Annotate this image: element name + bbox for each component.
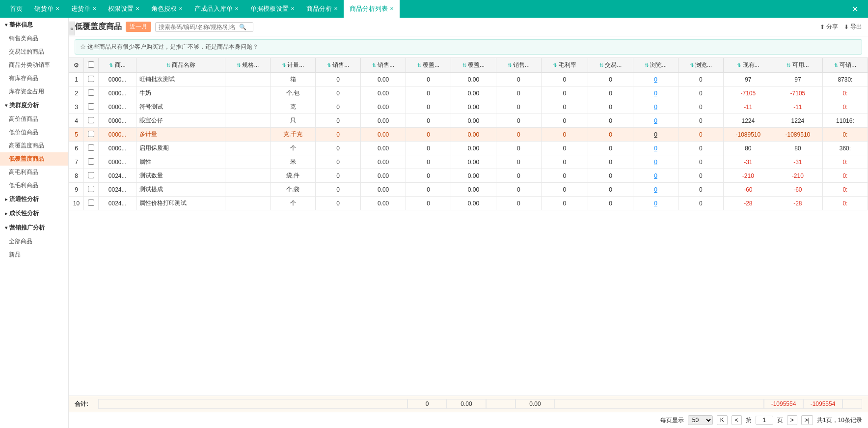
sidebar-item-high-coverage[interactable]: 高覆盖度商品 (0, 139, 68, 152)
row-checkbox-cell[interactable] (84, 86, 99, 100)
first-page-button[interactable]: K (717, 415, 728, 425)
page-size-select[interactable]: 50 100 200 (688, 415, 713, 425)
search-input[interactable] (159, 24, 237, 30)
nav-permission-settings[interactable]: 权限设置 ✕ (102, 0, 145, 18)
row-checkbox[interactable] (88, 172, 94, 178)
column-view1[interactable]: ⇅ 浏览... (633, 58, 678, 73)
sidebar-collapse-button[interactable]: « (69, 22, 75, 35)
row-checkbox-cell[interactable] (84, 128, 99, 142)
export-button[interactable]: ⬇ 导出 (844, 23, 862, 31)
row-checkbox[interactable] (88, 144, 94, 151)
row-checkbox-cell[interactable] (84, 100, 99, 114)
row-checkbox[interactable] (88, 117, 94, 123)
nav-product-analysis-list[interactable]: 商品分析列表 ✕ (344, 0, 400, 18)
column-view2[interactable]: ⇅ 浏览... (678, 58, 723, 73)
row-view1[interactable]: 0 (633, 197, 678, 210)
prev-page-button[interactable]: < (732, 415, 742, 425)
close-icon[interactable]: ✕ (334, 0, 338, 18)
row-view1[interactable]: 0 (633, 183, 678, 197)
close-icon[interactable]: ✕ (291, 0, 295, 18)
sidebar-item-low-value[interactable]: 低价值商品 (0, 126, 68, 139)
chevron-right-icon: ▸ (5, 211, 7, 216)
nav-role-auth[interactable]: 角色授权 ✕ (145, 0, 189, 18)
sidebar-item-sales-products[interactable]: 销售类商品 (0, 32, 68, 45)
close-icon[interactable]: ✕ (92, 0, 96, 18)
sidebar-item-low-margin[interactable]: 低毛利商品 (0, 179, 68, 192)
column-sellable[interactable]: ⇅ 可销... (822, 58, 868, 73)
page-number-input[interactable] (756, 416, 773, 425)
column-spec[interactable]: ⇅ 规格... (225, 58, 271, 73)
close-icon[interactable]: ✕ (55, 0, 59, 18)
product-table-container[interactable]: ⚙ ⇅ 商... ⇅ 商品名称 ⇅ 规格... (69, 57, 868, 396)
close-all-tabs-button[interactable]: ✕ (846, 4, 864, 14)
column-code[interactable]: ⇅ 商... (99, 58, 136, 73)
row-checkbox-cell[interactable] (84, 197, 99, 210)
close-icon[interactable]: ✕ (390, 0, 394, 18)
row-name: 多计量 (136, 128, 225, 142)
row-checkbox[interactable] (88, 76, 94, 82)
column-cover1[interactable]: ⇅ 覆盖... (406, 58, 451, 73)
row-checkbox[interactable] (88, 103, 94, 110)
share-button[interactable]: ⬆ 分享 (820, 23, 838, 31)
row-checkbox[interactable] (88, 186, 94, 192)
sidebar-item-in-stock[interactable]: 有库存商品 (0, 72, 68, 85)
close-icon[interactable]: ✕ (136, 0, 139, 18)
column-gross[interactable]: ⇅ 毛利率 (541, 58, 588, 73)
row-view1[interactable]: 0 (633, 169, 678, 183)
sidebar-item-all-products[interactable]: 全部商品 (0, 235, 68, 248)
column-sales2[interactable]: ⇅ 销售... (496, 58, 541, 73)
row-checkbox-cell[interactable] (84, 114, 99, 128)
sidebar-item-high-margin[interactable]: 高毛利商品 (0, 166, 68, 179)
sidebar-item-low-coverage[interactable]: 低覆盖度商品 (0, 152, 68, 166)
close-icon[interactable]: ✕ (179, 0, 183, 18)
column-current-stock[interactable]: ⇅ 现有... (723, 58, 773, 73)
sidebar-item-stock-capital[interactable]: 库存资金占用 (0, 85, 68, 98)
nav-product-analysis[interactable]: 商品分析 ✕ (300, 0, 344, 18)
column-sales-qty[interactable]: ⇅ 销售... (316, 58, 361, 73)
column-checkbox[interactable] (84, 58, 99, 73)
row-checkbox[interactable] (88, 89, 94, 96)
row-view1[interactable]: 0 (633, 155, 678, 169)
row-view1[interactable]: 0 (633, 142, 678, 155)
row-view1[interactable]: 0 (633, 100, 678, 114)
row-view1[interactable]: 0 (633, 73, 678, 86)
sidebar-section-marketing[interactable]: ▾ 营销推广分析 (0, 221, 68, 235)
last-page-button[interactable]: >| (801, 415, 813, 425)
row-checkbox[interactable] (88, 200, 94, 206)
column-trade[interactable]: ⇅ 交易... (588, 58, 633, 73)
column-sales-amt[interactable]: ⇅ 销售... (361, 58, 406, 73)
column-unit[interactable]: ⇅ 计量... (271, 58, 316, 73)
time-filter-button[interactable]: 近一月 (126, 22, 151, 32)
sidebar-item-traded-products[interactable]: 交易过的商品 (0, 45, 68, 58)
row-checkbox-cell[interactable] (84, 169, 99, 183)
sidebar-section-overall[interactable]: ▾ 整体信息 (0, 18, 68, 32)
column-name[interactable]: ⇅ 商品名称 (136, 58, 225, 73)
sidebar-section-liquidity[interactable]: ▸ 流通性分析 (0, 192, 68, 206)
row-checkbox-cell[interactable] (84, 73, 99, 86)
row-checkbox[interactable] (88, 158, 94, 165)
column-cover2[interactable]: ⇅ 覆盖... (451, 58, 496, 73)
row-checkbox-cell[interactable] (84, 142, 99, 155)
select-all-checkbox[interactable] (88, 61, 94, 68)
row-view1[interactable]: 0 (633, 86, 678, 100)
nav-sales-order[interactable]: 销货单 ✕ (28, 0, 65, 18)
row-checkbox[interactable] (88, 131, 94, 137)
row-checkbox-cell[interactable] (84, 155, 99, 169)
row-view1[interactable]: 0 (633, 128, 678, 142)
nav-finished-goods[interactable]: 产成品入库单 ✕ (189, 0, 244, 18)
nav-home[interactable]: 首页 (4, 0, 28, 18)
column-available[interactable]: ⇅ 可用... (773, 58, 822, 73)
sidebar-item-high-value[interactable]: 高价值商品 (0, 113, 68, 126)
nav-doc-template[interactable]: 单据模板设置 ✕ (244, 0, 300, 18)
column-settings[interactable]: ⚙ (69, 58, 84, 73)
nav-purchase-order[interactable]: 进货单 ✕ (65, 0, 102, 18)
sidebar-item-category-rate[interactable]: 商品分类动销率 (0, 58, 68, 72)
next-page-button[interactable]: > (787, 415, 797, 425)
sidebar-item-new-products[interactable]: 新品 (0, 248, 68, 261)
search-icon[interactable]: 🔍 (239, 24, 246, 30)
row-checkbox-cell[interactable] (84, 183, 99, 197)
sidebar-section-growth[interactable]: ▸ 成长性分析 (0, 206, 68, 221)
row-view1[interactable]: 0 (633, 114, 678, 128)
sidebar-section-cluster[interactable]: ▾ 类群度分析 (0, 98, 68, 113)
close-icon[interactable]: ✕ (235, 0, 239, 18)
